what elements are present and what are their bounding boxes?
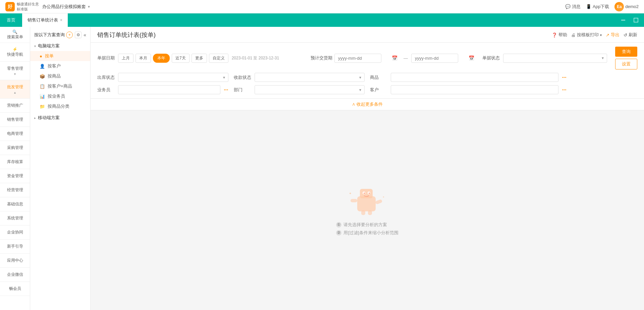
sidebar-item-search[interactable]: 🔍 搜索菜单 [0, 27, 30, 43]
scheme-item-by-salesperson[interactable]: 📊 按业务员 [30, 91, 90, 101]
sidebar-item-ecommerce[interactable]: 电商管理 [0, 127, 30, 141]
payment-status-wrapper [255, 73, 365, 82]
sidebar-item-newbie[interactable]: 新手引导 [0, 240, 30, 254]
scheme-group-pc-header[interactable]: ▾ 电脑端方案 [30, 41, 90, 51]
right-panel: 销售订单统计表(按单) ❓ 帮助 🖨 按模板打印 ▾ ↗ 导出 [91, 27, 644, 310]
status-select[interactable] [503, 54, 607, 63]
sidebar-item-inventory[interactable]: 库存核算 [0, 155, 30, 169]
collapse-row[interactable]: ∧ 收起更多条件 [91, 99, 644, 110]
scheme-item-by-customer-product-icon: 📋 [40, 84, 45, 89]
calendar-to-icon[interactable]: 📅 [469, 55, 474, 61]
print-btn[interactable]: 🖨 按模板打印 ▾ [571, 32, 602, 38]
sidebar-item-wholesale[interactable]: 批发管理 ▴ [0, 80, 30, 99]
tab-bar: 首页 销售订单统计表 × [0, 13, 644, 27]
main-layout: 🔍 搜索菜单 ⚡ 快捷导航 零售管理 ▾ 批发管理 ▴ 营销推广 销售管理 电商… [0, 27, 644, 310]
goods-more-btn[interactable]: ··· [560, 74, 566, 81]
scheme-group-mobile-header[interactable]: ▸ 移动端方案 [30, 113, 90, 123]
delivery-date-to-input[interactable] [411, 54, 458, 63]
empty-tip-2: ② 用[过滤]条件来缩小分析范围 [336, 230, 398, 236]
help-icon: ❓ [552, 33, 557, 38]
sidebar-item-purchase[interactable]: 采购管理 [0, 141, 30, 155]
date-this-month-btn[interactable]: 本月 [136, 54, 151, 63]
refresh-icon: ↺ [624, 33, 627, 38]
date-custom-btn[interactable]: 自定义 [209, 54, 228, 63]
status-label: 单据状态 [482, 55, 501, 61]
delivery-date-from-input[interactable] [334, 54, 381, 63]
dept-group: 部门 [234, 85, 365, 94]
svg-text:✦: ✦ [382, 196, 385, 199]
date-current-year-btn[interactable]: 本年 [153, 54, 170, 63]
print-arrow-icon: ▾ [600, 33, 602, 37]
date-last-7days-btn[interactable]: 近7天 [172, 54, 190, 63]
goods-input[interactable] [391, 73, 558, 82]
salesperson-more-btn[interactable]: ··· [222, 87, 228, 93]
tab-home[interactable]: 首页 [0, 13, 22, 27]
scheme-panel-header: 按以下方案查询 + ⚙ « [30, 30, 90, 41]
customer-group: 客户 ··· [370, 85, 567, 94]
sidebar-item-basic[interactable]: 基础信息 [0, 197, 30, 211]
delivery-date-to-wrapper: 📅 [411, 54, 477, 63]
page-title: 销售订单统计表(按单) [97, 31, 156, 39]
goods-label: 商品 [370, 74, 389, 81]
tab-close-btn[interactable]: × [60, 18, 62, 22]
window-minimize-btn[interactable] [619, 15, 628, 25]
scheme-settings-btn[interactable]: ⚙ [75, 32, 82, 38]
settings-btn[interactable]: 设置 [615, 59, 637, 69]
breadcrumb-text: 办公用品行业模拟账套 [42, 4, 86, 10]
customer-input[interactable] [391, 85, 558, 94]
scheme-item-by-category[interactable]: 📁 按商品分类 [30, 101, 90, 111]
download-icon: 📱 [586, 4, 591, 9]
dept-select[interactable] [255, 85, 365, 94]
sidebar-item-sales[interactable]: 销售管理 [0, 113, 30, 127]
date-label: 单据日期 [97, 55, 116, 61]
scheme-add-btn[interactable]: + [66, 32, 73, 38]
sidebar-item-operations[interactable]: 经营管理 [0, 183, 30, 197]
scheme-item-by-product[interactable]: 📦 按商品 [30, 71, 90, 81]
filter-row-3: 业务员 ··· 部门 客户 [97, 85, 637, 94]
scheme-collapse-btn[interactable]: « [84, 32, 86, 38]
status-filter-group: 单据状态 [482, 54, 607, 63]
sidebar-item-retail[interactable]: 零售管理 ▾ [0, 62, 30, 80]
sidebar-item-system[interactable]: 系统管理 [0, 211, 30, 225]
sidebar-item-finance[interactable]: 资金管理 [0, 169, 30, 183]
date-filter-group: 单据日期 上月 本月 本年 近7天 更多 自定义 2023-01-01 至 20… [97, 54, 305, 63]
date-last-month-btn[interactable]: 上月 [118, 54, 133, 63]
window-maximize-btn[interactable] [631, 15, 641, 25]
sidebar-item-appcenter[interactable]: 应用中心 [0, 254, 30, 268]
scheme-item-by-order[interactable]: ● 按单 [30, 51, 90, 61]
app-download-btn[interactable]: 📱 App下载 [586, 4, 609, 10]
payment-status-select[interactable] [255, 73, 365, 82]
breadcrumb-arrow-icon[interactable]: ▾ [88, 4, 90, 9]
tab-active[interactable]: 销售订单统计表 × [22, 13, 68, 27]
customer-more-btn[interactable]: ··· [560, 87, 566, 93]
svg-text:✦: ✦ [349, 192, 352, 195]
message-btn[interactable]: 💬 消息 [565, 4, 581, 10]
ship-status-group: 出库状态 [97, 73, 228, 82]
scheme-item-by-category-icon: 📁 [40, 104, 45, 109]
date-more-btn[interactable]: 更多 [192, 54, 207, 63]
sidebar-item-enterprise[interactable]: 企业协同 [0, 225, 30, 240]
svg-point-6 [364, 193, 365, 194]
help-btn[interactable]: ❓ 帮助 [552, 32, 567, 38]
sidebar-item-wechat[interactable]: 企业微信 [0, 268, 30, 282]
export-icon: ↗ [606, 33, 609, 38]
svg-rect-0 [621, 20, 625, 20]
query-btn[interactable]: 查询 [615, 47, 637, 57]
refresh-btn[interactable]: ↺ 刷新 [624, 32, 637, 38]
calendar-from-icon[interactable]: 📅 [392, 55, 397, 61]
empty-illustration: ✦ ✦ [347, 183, 387, 216]
scheme-item-by-customer-product[interactable]: 📋 按客户+商品 [30, 81, 90, 91]
sidebar-item-quick-nav[interactable]: ⚡ 快捷导航 [0, 43, 30, 62]
scheme-item-by-customer[interactable]: 👤 按客户 [30, 61, 90, 71]
svg-rect-9 [375, 199, 382, 204]
salesperson-input[interactable] [118, 85, 220, 94]
sidebar-item-marketing[interactable]: 营销推广 [0, 99, 30, 113]
export-btn[interactable]: ↗ 导出 [606, 32, 620, 38]
ship-status-select[interactable] [118, 73, 228, 82]
delivery-date-from-wrapper: 📅 [334, 54, 400, 63]
sidebar-item-member[interactable]: 畅会员 [0, 282, 30, 296]
filter-row-2: 出库状态 收款状态 [97, 73, 637, 82]
user-menu[interactable]: Ea demo2 [614, 2, 639, 11]
scheme-item-by-salesperson-icon: 📊 [40, 94, 45, 99]
collapse-icon: ∧ [352, 102, 356, 107]
